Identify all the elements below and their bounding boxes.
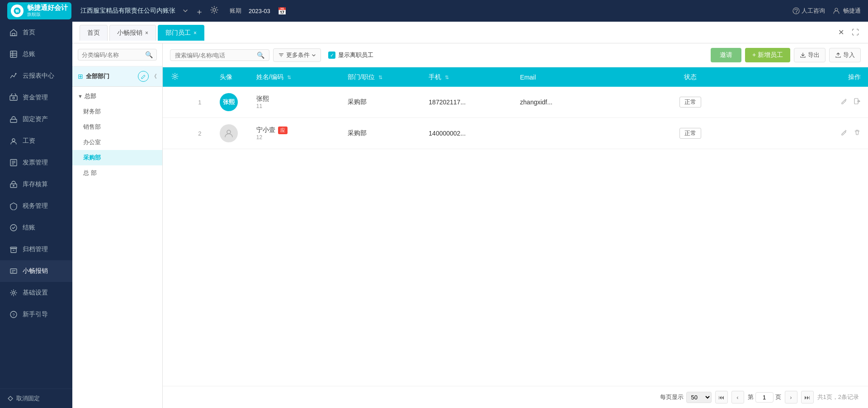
sidebar-item-expense[interactable]: 小畅报销 (0, 260, 72, 282)
page-first-button[interactable]: ⏮ (715, 391, 728, 403)
sidebar-item-ledger[interactable]: 总账 (0, 43, 72, 65)
phone-sort-icon[interactable]: ⇅ (445, 75, 449, 80)
tab-bar: 首页 小畅报销 × 部门员工 × ✕ ⛶ (72, 22, 868, 43)
row1-logout-button[interactable] (854, 98, 861, 107)
invite-button[interactable]: 邀请 (711, 48, 741, 62)
col-num (187, 67, 212, 87)
filter-search-icon[interactable]: 🔍 (257, 52, 264, 59)
sidebar-label-expense2: 归档管理 (23, 245, 48, 253)
page-last-button[interactable]: ⏭ (801, 391, 814, 403)
row2-status-badge: 正常 (679, 128, 701, 139)
company-dropdown-icon[interactable] (181, 6, 190, 15)
dept-general-hq[interactable]: 总 部 (72, 165, 162, 181)
add-employee-button[interactable]: + 新增员工 (745, 48, 790, 62)
tab-maximize[interactable]: ⛶ (850, 27, 861, 38)
more-filter-button[interactable]: 更多条件 (273, 48, 321, 62)
sidebar-item-inventory[interactable]: 库存核算 (0, 174, 72, 195)
sidebar-item-guide[interactable]: ? 新手引导 (0, 304, 72, 325)
svg-point-13 (13, 97, 14, 99)
row1-status: 正常 (614, 87, 767, 118)
row2-edit-button[interactable] (841, 129, 848, 138)
app-logo[interactable]: 畅 畅捷通好会计 旗舰版 (7, 2, 71, 20)
sidebar-label-fixed-assets: 固定资产 (23, 115, 48, 123)
svg-text:畅: 畅 (15, 9, 19, 13)
all-dept-header[interactable]: ⊞ 全部部门 《 (72, 66, 162, 87)
col-gear[interactable] (163, 67, 187, 87)
all-dept-label: 全部部门 (86, 72, 135, 80)
user-menu[interactable]: 畅捷通 (832, 7, 861, 15)
col-dept[interactable]: 部门/职位 ⇅ (340, 67, 422, 87)
sidebar-item-reports[interactable]: 云报表中心 (0, 65, 72, 87)
col-name[interactable]: 姓名/编码 ⇅ (249, 67, 340, 87)
sidebar-item-payroll[interactable]: 工资 (0, 130, 72, 152)
period-label: 账期 (230, 7, 241, 15)
dept-hq[interactable]: ▼ 总部 (72, 89, 162, 104)
row1-actions (766, 87, 868, 118)
right-panel: 🔍 更多条件 显示离职员工 邀请 + 新增员工 (163, 43, 868, 408)
sidebar-label-tax: 税务管理 (23, 202, 48, 210)
avatar-ning (220, 124, 238, 142)
dept-sales[interactable]: 销售部 (72, 119, 162, 135)
dept-office[interactable]: 办公室 (72, 135, 162, 150)
page-size-select[interactable]: 50 20 100 (686, 392, 712, 403)
dept-collapse-icon[interactable]: 《 (151, 73, 157, 80)
sidebar-item-archive[interactable]: 归档管理 (0, 239, 72, 260)
row2-delete-button[interactable] (854, 129, 861, 138)
home-icon (9, 28, 18, 37)
page-number-input[interactable] (755, 392, 774, 403)
import-button[interactable]: 导入 (829, 48, 861, 62)
add-company-button[interactable]: ＋ (195, 6, 204, 15)
col-status: 状态 (614, 67, 767, 87)
checkout-icon (9, 223, 18, 232)
dept-edit-button[interactable] (138, 71, 149, 82)
toolbar-right-actions: 邀请 + 新增员工 导出 导入 (711, 48, 861, 62)
settings-icon[interactable] (210, 5, 221, 16)
table-row: 1 张熙 张熙 11 (163, 87, 868, 118)
sidebar-pin-toggle[interactable]: 取消固定 (0, 389, 72, 408)
dept-sort-icon[interactable]: ⇅ (378, 75, 382, 80)
sidebar-item-checkout[interactable]: 结账 (0, 217, 72, 239)
page-prev-button[interactable]: ‹ (731, 391, 744, 403)
tab-dept-emp-close[interactable]: × (193, 30, 197, 36)
calendar-icon[interactable]: 📅 (278, 7, 287, 15)
svg-point-15 (12, 139, 15, 141)
tab-bar-actions: ✕ ⛶ (835, 27, 861, 38)
tab-expense-close[interactable]: × (145, 30, 148, 36)
svg-point-23 (10, 225, 17, 231)
row2-avatar (212, 118, 249, 149)
row1-edit-button[interactable] (841, 98, 848, 107)
sidebar-item-invoice[interactable]: 发票管理 (0, 152, 72, 174)
dept-purchase[interactable]: 采购部 (72, 150, 162, 165)
svg-point-38 (227, 130, 231, 134)
dept-finance[interactable]: 财务部 (72, 104, 162, 119)
export-button[interactable]: 导出 (794, 48, 826, 62)
sidebar-item-home[interactable]: 首页 (0, 22, 72, 43)
tab-dept-emp[interactable]: 部门员工 × (158, 25, 204, 41)
tab-close-all[interactable]: ✕ (835, 27, 846, 38)
sidebar-label-home: 首页 (23, 28, 35, 37)
payroll-icon (9, 136, 18, 145)
dept-search-icon[interactable]: 🔍 (145, 51, 153, 58)
svg-rect-12 (10, 96, 17, 100)
sidebar-item-settings[interactable]: 基础设置 (0, 282, 72, 304)
tab-home[interactable]: 首页 (80, 25, 108, 41)
dept-search-input[interactable] (82, 52, 145, 58)
col-phone[interactable]: 手机 ⇅ (421, 67, 513, 87)
service-button[interactable]: 人工咨询 (793, 7, 825, 15)
tab-expense[interactable]: 小畅报销 × (109, 25, 156, 41)
dept-search-wrap[interactable]: 🔍 (78, 49, 157, 61)
name-sort-icon[interactable]: ⇅ (287, 75, 291, 80)
sidebar-item-funds[interactable]: 资金管理 (0, 87, 72, 108)
period-value: 2023-03 (249, 8, 270, 14)
resign-checkbox-input[interactable] (328, 52, 335, 59)
search-employee-input[interactable] (175, 52, 257, 59)
grid-icon: ⊞ (78, 73, 83, 80)
show-resign-checkbox[interactable]: 显示离职员工 (328, 51, 373, 59)
row2-num: 2 (187, 118, 212, 149)
employee-table-wrap: 头像 姓名/编码 ⇅ 部门/职位 ⇅ 手机 (163, 67, 868, 386)
sidebar-item-tax[interactable]: 税务管理 (0, 195, 72, 217)
page-next-button[interactable]: › (785, 391, 797, 403)
row1-dept: 采购部 (340, 87, 422, 118)
sidebar-item-fixed-assets[interactable]: 固定资产 (0, 108, 72, 130)
search-employee-wrap[interactable]: 🔍 (170, 49, 269, 61)
